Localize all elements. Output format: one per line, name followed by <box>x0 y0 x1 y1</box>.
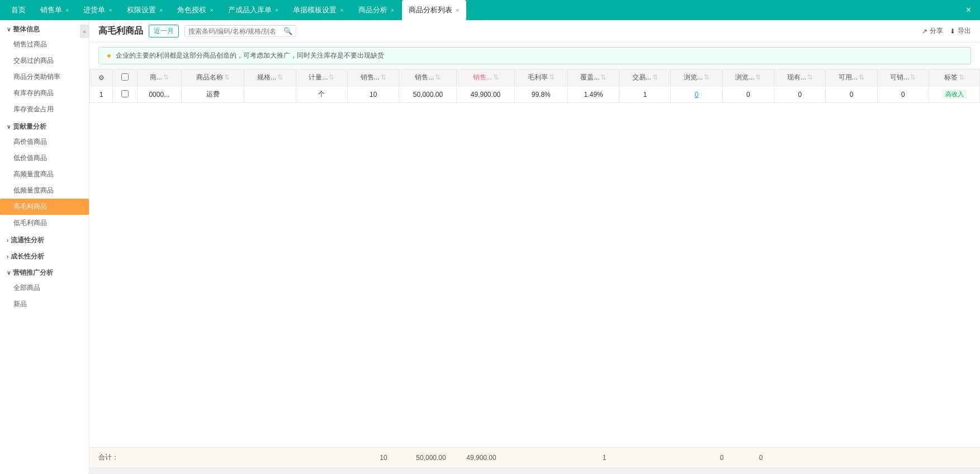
footer-available-stock: 0 <box>741 454 780 462</box>
nav-sales-order[interactable]: 销售单 × <box>34 0 75 20</box>
main-layout: « ∨ 整体信息 销售过商品 交易过的商品 商品分类助销率 有库存的商品 库存资… <box>0 20 980 474</box>
close-sales-order[interactable]: × <box>65 7 69 13</box>
footer-total: 合计： 10 50,000.00 49,900.00 1 0 0 <box>89 447 980 467</box>
nav-purchase-order[interactable]: 进货单 × <box>77 0 119 20</box>
cell-browse1[interactable]: 0 <box>671 86 722 103</box>
footer-current-stock: 0 <box>702 454 741 462</box>
select-all-checkbox[interactable] <box>121 73 129 81</box>
col-spec: 规格...⇅ <box>244 69 296 86</box>
sidebar-item-product-analysis-rate[interactable]: 商品分类助销率 <box>0 69 89 85</box>
cell-available-stock: 0 <box>826 86 877 103</box>
footer-transactions: 1 <box>585 454 624 462</box>
nav-product-analysis[interactable]: 商品分析 × <box>352 0 401 20</box>
nav-product-inventory[interactable]: 产成品入库单 × <box>221 0 285 20</box>
col-checkbox[interactable] <box>113 69 138 86</box>
close-order-template[interactable]: × <box>340 7 343 13</box>
content-header: 高毛利商品 近一月 🔍 ↗ 分享 ⬇ 导出 <box>89 20 980 43</box>
header-actions: ↗ 分享 ⬇ 导出 <box>922 26 971 36</box>
close-purchase-order[interactable]: × <box>108 7 112 13</box>
sidebar-item-all-products[interactable]: 全部商品 <box>0 280 89 296</box>
close-product-analysis[interactable]: × <box>391 7 394 13</box>
footer-browse1 <box>624 454 663 462</box>
export-icon: ⬇ <box>950 27 955 35</box>
bottom-scrollbar[interactable] <box>89 467 980 474</box>
sidebar-group-bcg-analysis[interactable]: ∨ 贡献量分析 <box>0 118 89 134</box>
col-coverage: 覆盖...⇅ <box>567 69 619 86</box>
cell-sales-amount: 50,000.00 <box>399 86 457 103</box>
close-all-tabs[interactable]: × <box>962 5 976 15</box>
sidebar-item-new-products[interactable]: 新品 <box>0 296 89 312</box>
row-checkbox[interactable] <box>121 90 129 97</box>
footer-coverage <box>546 454 585 462</box>
col-product-code: 商...⇅ <box>137 69 181 86</box>
sidebar-item-inventory-products[interactable]: 有库存的商品 <box>0 85 89 101</box>
top-nav: 首页 销售单 × 进货单 × 权限设置 × 角色授权 × 产成品入库单 × 单据… <box>0 0 980 20</box>
nav-home[interactable]: 首页 <box>4 0 32 20</box>
footer-spacer-3 <box>171 454 216 462</box>
time-filter-button[interactable]: 近一月 <box>149 25 179 37</box>
col-sales-cost: 销售...⇅ <box>457 69 514 86</box>
sidebar-item-high-margin[interactable]: 高毛利商品 <box>0 199 89 215</box>
sidebar-item-low-freq[interactable]: 低频量度商品 <box>0 182 89 199</box>
footer-spacer-1 <box>132 454 154 462</box>
share-button[interactable]: ↗ 分享 <box>922 26 943 36</box>
content-area: 高毛利商品 近一月 🔍 ↗ 分享 ⬇ 导出 ✦ 企业的主要的利润都是这部分商品创… <box>89 20 980 474</box>
growth-analysis-arrow: › <box>7 254 8 260</box>
footer-spacer-2 <box>154 454 171 462</box>
sidebar-item-low-value[interactable]: 低价值商品 <box>0 150 89 166</box>
sidebar-group-flow-analysis[interactable]: › 流通性分析 <box>0 231 89 247</box>
cell-sales-qty: 10 <box>348 86 399 103</box>
close-role-permission[interactable]: × <box>210 7 213 13</box>
col-sellable-stock: 可销...⇅ <box>877 69 929 86</box>
cell-coverage: 1.49% <box>567 86 619 103</box>
footer-sales-amount: 50,000.00 <box>406 454 456 462</box>
cell-tag: 高收入 <box>929 86 980 103</box>
nav-permission-settings[interactable]: 权限设置 × <box>120 0 169 20</box>
sidebar-item-inventory-capital[interactable]: 库存资金占用 <box>0 101 89 118</box>
sidebar: « ∨ 整体信息 销售过商品 交易过的商品 商品分类助销率 有库存的商品 库存资… <box>0 20 89 474</box>
overall-info-arrow: ∨ <box>7 26 11 32</box>
sidebar-item-sales-products[interactable]: 销售过商品 <box>0 36 89 53</box>
sidebar-group-marketing-analysis[interactable]: ∨ 营销推广分析 <box>0 264 89 280</box>
col-browse2: 浏览...⇅ <box>722 69 774 86</box>
table-container: ⚙ 商...⇅ 商品名称⇅ 规格...⇅ 计量...⇅ 销售...⇅ 销售...… <box>89 69 980 447</box>
search-input[interactable] <box>188 27 283 35</box>
cell-product-name: 运费 <box>181 86 244 103</box>
sidebar-item-high-freq[interactable]: 高频量度商品 <box>0 166 89 182</box>
nav-role-permission[interactable]: 角色授权 × <box>171 0 220 20</box>
cell-row-num: 1 <box>90 86 113 103</box>
sidebar-group-overall-info[interactable]: ∨ 整体信息 <box>0 20 89 36</box>
close-permission-settings[interactable]: × <box>159 7 163 13</box>
export-button[interactable]: ⬇ 导出 <box>950 26 971 36</box>
footer-cells: 10 50,000.00 49,900.00 1 0 0 <box>132 454 971 462</box>
col-product-name: 商品名称⇅ <box>181 69 244 86</box>
page-title: 高毛利商品 <box>98 25 143 37</box>
nav-order-template[interactable]: 单据模板设置 × <box>286 0 350 20</box>
cell-checkbox[interactable] <box>113 86 138 103</box>
sidebar-item-low-margin[interactable]: 低毛利商品 <box>0 215 89 231</box>
search-box: 🔍 <box>184 25 296 37</box>
sidebar-item-high-value[interactable]: 高价值商品 <box>0 134 89 150</box>
sidebar-group-growth-analysis[interactable]: › 成长性分析 <box>0 247 89 264</box>
col-settings[interactable]: ⚙ <box>90 69 113 86</box>
footer-sales-cost: 49,900.00 <box>456 454 506 462</box>
col-sales-qty: 销售...⇅ <box>348 69 399 86</box>
footer-sellable-stock <box>780 454 820 462</box>
close-product-analysis-list[interactable]: × <box>456 7 459 13</box>
sidebar-item-traded-products[interactable]: 交易过的商品 <box>0 53 89 69</box>
sidebar-collapse-btn[interactable]: « <box>80 25 89 38</box>
nav-product-analysis-list[interactable]: 商品分析列表 × <box>402 0 466 20</box>
cell-product-code: 0000... <box>137 86 181 103</box>
col-available-stock: 可用...⇅ <box>826 69 877 86</box>
footer-browse2 <box>663 454 702 462</box>
footer-sales-qty: 10 <box>361 454 406 462</box>
close-product-inventory[interactable]: × <box>275 7 278 13</box>
col-current-stock: 现有...⇅ <box>774 69 826 86</box>
info-icon: ✦ <box>106 51 112 60</box>
col-transactions: 交易...⇅ <box>619 69 671 86</box>
search-icon[interactable]: 🔍 <box>283 27 292 35</box>
col-tag: 标签⇅ <box>929 69 980 86</box>
cell-spec <box>244 86 296 103</box>
cell-current-stock: 0 <box>774 86 826 103</box>
cell-unit: 个 <box>296 86 347 103</box>
